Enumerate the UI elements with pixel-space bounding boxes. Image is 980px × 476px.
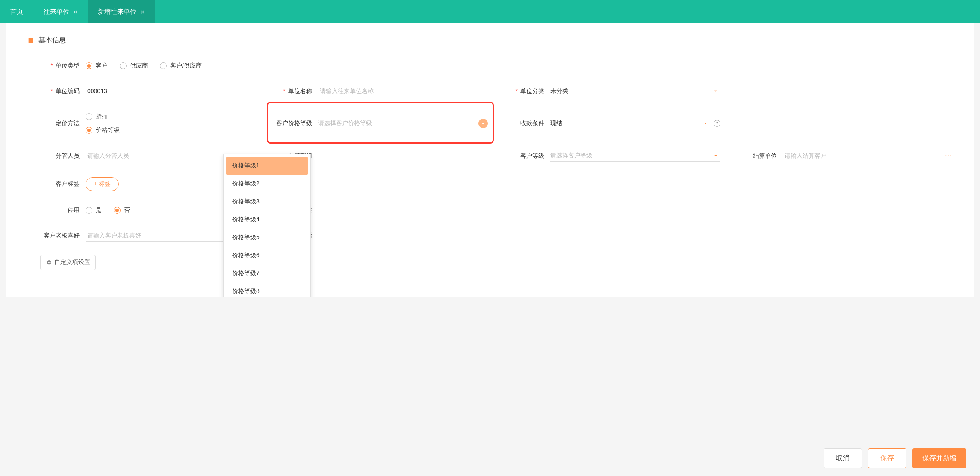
customer-level-select[interactable]: 请选择客户等级 <box>550 150 720 162</box>
close-icon[interactable]: × <box>141 8 145 15</box>
radio-group-pricing: 折扣 价格等级 <box>86 113 120 134</box>
chevron-down-icon <box>711 151 720 160</box>
label-disabled: 停用 <box>40 206 80 214</box>
radio-no[interactable]: 否 <box>114 206 130 214</box>
unit-code-input[interactable] <box>86 85 256 97</box>
custom-settings-button[interactable]: 自定义项设置 <box>40 255 96 270</box>
dropdown-item[interactable]: 价格等级3 <box>226 193 308 211</box>
section-header: 基本信息 <box>27 36 953 45</box>
dropdown-item[interactable]: 价格等级8 <box>226 282 308 297</box>
dropdown-item[interactable]: 价格等级6 <box>226 247 308 264</box>
tab-bar: 首页 往来单位 × 新增往来单位 × <box>0 0 980 23</box>
add-tag-button[interactable]: + 标签 <box>86 177 119 191</box>
label-manager: 分管人员 <box>40 152 80 160</box>
dropdown-item[interactable]: 价格等级7 <box>226 264 308 282</box>
field-unit-category: 单位分类 未分类 <box>505 85 720 97</box>
tab-list[interactable]: 往来单位 × <box>33 0 88 23</box>
label-settlement: 结算单位 <box>738 152 777 160</box>
label-unit-code: 单位编码 <box>40 88 80 95</box>
manager-input[interactable] <box>86 150 245 162</box>
section-title: 基本信息 <box>38 36 66 45</box>
dropdown-item[interactable]: 价格等级5 <box>226 229 308 247</box>
price-level-dropdown[interactable]: 价格等级1 价格等级2 价格等级3 价格等级4 价格等级5 价格等级6 价格等级… <box>223 154 311 297</box>
field-customer-level: 客户等级 请选择客户等级 <box>505 150 720 162</box>
tab-home-label: 首页 <box>10 8 23 16</box>
label-pricing: 定价方法 <box>40 120 80 127</box>
radio-yes[interactable]: 是 <box>86 206 102 214</box>
field-settlement: 结算单位 ··· <box>738 150 953 162</box>
close-icon[interactable]: × <box>74 8 77 15</box>
chevron-up-icon <box>478 119 488 128</box>
tab-list-label: 往来单位 <box>44 8 69 16</box>
tab-new[interactable]: 新增往来单位 × <box>88 0 155 23</box>
label-customer-level: 客户等级 <box>505 152 544 160</box>
price-level-select[interactable]: 请选择客户价格等级 <box>318 118 488 129</box>
unit-category-select[interactable]: 未分类 <box>550 85 720 97</box>
field-pricing: 定价方法 折扣 价格等级 <box>40 113 256 134</box>
label-unit-category: 单位分类 <box>505 88 544 95</box>
label-unit-name: 单位名称 <box>273 88 312 95</box>
label-boss-pref: 客户老板喜好 <box>40 232 80 240</box>
tab-home[interactable]: 首页 <box>0 0 33 23</box>
payment-terms-select[interactable]: 现结 <box>550 118 710 129</box>
radio-group-unit-type: 客户 供应商 客户/供应商 <box>86 62 202 70</box>
label-tag: 客户标签 <box>40 180 80 188</box>
radio-discount[interactable]: 折扣 <box>86 113 120 120</box>
form-grid: 单位类型 客户 供应商 客户/供应商 单位编码 单位名称 单位分类 未分类 <box>27 62 953 242</box>
label-price-level: 客户价格等级 <box>273 120 312 127</box>
help-icon[interactable]: ? <box>714 120 720 127</box>
unit-name-input[interactable] <box>318 85 488 97</box>
field-tag: 客户标签 + 标签 <box>40 177 953 191</box>
tab-new-label: 新增往来单位 <box>98 8 136 16</box>
gear-icon <box>46 259 52 265</box>
notes-icon <box>27 37 34 44</box>
chevron-down-icon <box>701 119 710 128</box>
settlement-input[interactable] <box>783 150 943 162</box>
ellipsis-icon[interactable]: ··· <box>945 153 953 159</box>
form-panel: 基本信息 单位类型 客户 供应商 客户/供应商 单位编码 单位名称 单位分类 <box>6 23 974 297</box>
dropdown-item[interactable]: 价格等级2 <box>226 175 308 193</box>
field-unit-name: 单位名称 <box>273 85 488 97</box>
dropdown-item[interactable]: 价格等级4 <box>226 211 308 229</box>
radio-group-disabled: 是 否 <box>86 206 130 214</box>
radio-price-level[interactable]: 价格等级 <box>86 126 120 134</box>
field-unit-type: 单位类型 客户 供应商 客户/供应商 <box>40 62 953 70</box>
label-unit-type: 单位类型 <box>40 62 80 70</box>
radio-customer[interactable]: 客户 <box>86 62 108 70</box>
field-price-level: 客户价格等级 请选择客户价格等级 <box>273 113 488 134</box>
dropdown-item[interactable]: 价格等级1 <box>226 157 308 175</box>
radio-supplier[interactable]: 供应商 <box>120 62 148 70</box>
field-unit-code: 单位编码 <box>40 85 256 97</box>
chevron-down-icon <box>711 86 720 96</box>
label-payment-terms: 收款条件 <box>505 120 544 127</box>
radio-both[interactable]: 客户/供应商 <box>160 62 202 70</box>
field-payment-terms: 收款条件 现结 ? <box>505 113 720 134</box>
